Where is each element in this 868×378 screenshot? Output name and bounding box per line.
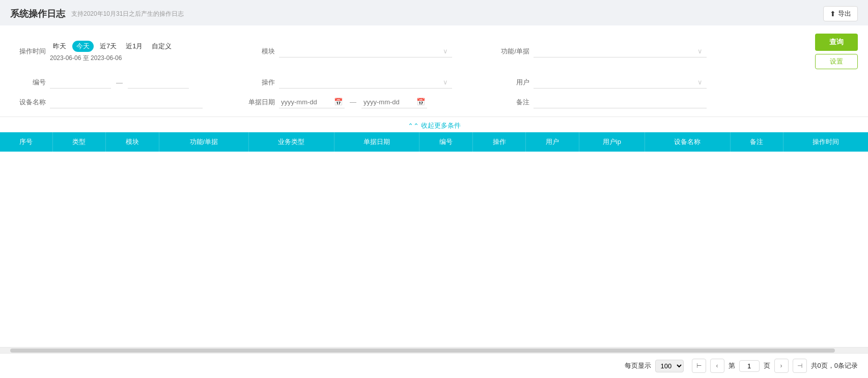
calendar-end-icon[interactable]: 📅 xyxy=(416,98,425,106)
number-input-start[interactable] xyxy=(50,76,111,89)
page-header: 系统操作日志 支持2020年10月31日之后产生的操作日志 ⬆ 导出 xyxy=(0,0,868,25)
page-unit: 页 xyxy=(764,361,770,370)
table-col-序号: 序号 xyxy=(0,132,52,152)
table-header: 序号类型模块功能/单据业务类型单据日期编号操作用户用户ip设备名称备注操作时间 xyxy=(0,132,868,152)
table-col-操作时间: 操作时间 xyxy=(783,132,868,152)
data-table: 序号类型模块功能/单据业务类型单据日期编号操作用户用户ip设备名称备注操作时间 xyxy=(0,132,868,152)
device-input[interactable] xyxy=(50,96,203,108)
query-button[interactable]: 查询 xyxy=(815,34,858,51)
export-icon: ⬆ xyxy=(830,10,836,18)
number-filter-section: 编号 — xyxy=(10,76,239,89)
user-select[interactable]: ∨ xyxy=(534,76,707,89)
docdate-end-wrap: 📅 xyxy=(361,96,427,108)
remark-input[interactable] xyxy=(534,96,707,108)
time-range: 2023-06-06 至 2023-06-06 xyxy=(50,54,175,63)
function-select[interactable]: ∨ xyxy=(534,45,707,57)
export-button[interactable]: ⬆ 导出 xyxy=(823,6,858,21)
export-label: 导出 xyxy=(838,9,851,18)
module-select[interactable]: ∨ xyxy=(279,45,452,57)
scrollbar-thumb[interactable] xyxy=(10,348,835,353)
user-filter-section: 用户 ∨ xyxy=(494,76,797,89)
time-btn-yesterday[interactable]: 昨天 xyxy=(50,41,69,52)
filter-row-3: 设备名称 单据日期 📅 — 📅 备注 xyxy=(10,96,858,108)
table-col-备注: 备注 xyxy=(730,132,783,152)
docdate-end-input[interactable] xyxy=(363,98,414,106)
settings-button[interactable]: 设置 xyxy=(815,54,858,69)
prev-page-button[interactable]: ‹ xyxy=(710,359,724,373)
total-info: 共0页，0条记录 xyxy=(811,361,858,370)
first-page-button[interactable]: ⊢ xyxy=(692,359,706,373)
device-filter-section: 设备名称 xyxy=(10,96,239,108)
operation-label: 操作 xyxy=(239,78,275,87)
operation-chevron-icon: ∨ xyxy=(443,78,448,86)
module-label: 模块 xyxy=(239,47,275,56)
function-filter-section: 功能/单据 ∨ xyxy=(494,45,805,57)
table-col-功能/单据: 功能/单据 xyxy=(159,132,248,152)
time-filter-group: 昨天 今天 近7天 近1月 自定义 2023-06-06 至 2023-06-0… xyxy=(50,41,175,63)
table-col-用户ip: 用户ip xyxy=(579,132,645,152)
table-col-操作: 操作 xyxy=(472,132,525,152)
time-label: 操作时间 xyxy=(10,47,46,56)
collapse-chevron-icon: ⌃⌃ xyxy=(408,122,419,130)
number-input-end[interactable] xyxy=(128,76,189,89)
function-chevron-icon: ∨ xyxy=(697,47,703,55)
table-col-单据日期: 单据日期 xyxy=(334,132,419,152)
collapse-button[interactable]: ⌃⌃ 收起更多条件 xyxy=(408,121,461,130)
table-col-模块: 模块 xyxy=(106,132,159,152)
device-label: 设备名称 xyxy=(10,98,46,107)
page-input[interactable] xyxy=(739,360,760,372)
action-buttons: 查询 设置 xyxy=(815,34,858,69)
user-chevron-icon: ∨ xyxy=(697,78,703,86)
per-page-select[interactable]: 100 50 200 xyxy=(655,360,684,372)
table-col-用户: 用户 xyxy=(526,132,579,152)
per-page-label: 每页显示 xyxy=(625,361,651,370)
table-col-业务类型: 业务类型 xyxy=(249,132,334,152)
time-filter-section: 操作时间 昨天 今天 近7天 近1月 自定义 2023-06-06 至 2023… xyxy=(10,41,239,63)
remark-filter-section: 备注 xyxy=(494,96,797,108)
filter-area: 操作时间 昨天 今天 近7天 近1月 自定义 2023-06-06 至 2023… xyxy=(0,25,868,117)
docdate-start-input[interactable] xyxy=(281,98,332,106)
last-page-button[interactable]: ⊣ xyxy=(793,359,807,373)
table-col-类型: 类型 xyxy=(52,132,105,152)
collapse-row: ⌃⌃ 收起更多条件 xyxy=(0,117,868,132)
function-label: 功能/单据 xyxy=(494,47,529,56)
docdate-start-wrap: 📅 xyxy=(279,96,345,108)
filter-row-1: 操作时间 昨天 今天 近7天 近1月 自定义 2023-06-06 至 2023… xyxy=(10,34,858,69)
operation-filter-section: 操作 ∨ xyxy=(239,76,494,89)
page-title: 系统操作日志 xyxy=(10,8,65,20)
time-btn-custom[interactable]: 自定义 xyxy=(149,41,175,52)
time-buttons: 昨天 今天 近7天 近1月 自定义 xyxy=(50,41,175,52)
page-label: 第 xyxy=(729,361,735,370)
date-dash: — xyxy=(350,98,356,106)
table-header-row: 序号类型模块功能/单据业务类型单据日期编号操作用户用户ip设备名称备注操作时间 xyxy=(0,132,868,152)
remark-label: 备注 xyxy=(494,98,529,107)
docdate-label: 单据日期 xyxy=(239,98,275,107)
table-col-设备名称: 设备名称 xyxy=(645,132,730,152)
pagination-area: 每页显示 100 50 200 ⊢ ‹ 第 页 › ⊣ 共0页，0条记录 xyxy=(0,353,868,378)
table-col-编号: 编号 xyxy=(419,132,472,152)
module-chevron-icon: ∨ xyxy=(443,47,448,55)
time-btn-today[interactable]: 今天 xyxy=(72,41,94,52)
time-btn-1month[interactable]: 近1月 xyxy=(123,41,146,52)
calendar-start-icon[interactable]: 📅 xyxy=(334,98,343,106)
user-label: 用户 xyxy=(494,78,529,87)
number-dash: — xyxy=(116,79,123,86)
operation-select[interactable]: ∨ xyxy=(279,76,452,89)
number-label: 编号 xyxy=(10,78,46,87)
page-subtitle: 支持2020年10月31日之后产生的操作日志 xyxy=(71,10,184,18)
table-wrapper: 序号类型模块功能/单据业务类型单据日期编号操作用户用户ip设备名称备注操作时间 xyxy=(0,132,868,347)
next-page-button[interactable]: › xyxy=(774,359,789,373)
scrollbar-area[interactable] xyxy=(0,347,868,353)
module-filter-section: 模块 ∨ xyxy=(239,45,494,57)
collapse-label: 收起更多条件 xyxy=(421,121,461,130)
docdate-filter-section: 单据日期 📅 — 📅 xyxy=(239,96,494,108)
time-btn-7days[interactable]: 近7天 xyxy=(97,41,120,52)
filter-row-2: 编号 — 操作 ∨ 用户 ∨ xyxy=(10,76,858,89)
